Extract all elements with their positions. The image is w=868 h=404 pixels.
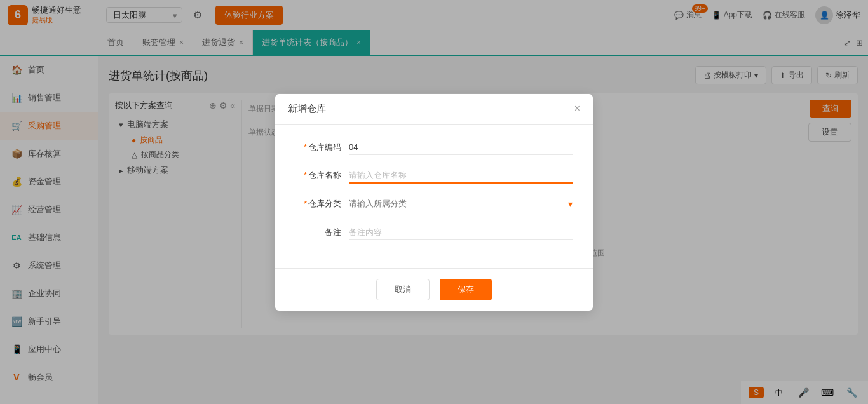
category-label: *仓库分类 xyxy=(295,198,341,210)
dialog-title: 新增仓库 xyxy=(288,103,326,115)
dialog-footer: 取消 保存 xyxy=(275,268,593,311)
save-button[interactable]: 保存 xyxy=(440,279,492,300)
cancel-button[interactable]: 取消 xyxy=(376,279,430,300)
form-row-code: *仓库编码 xyxy=(295,140,573,155)
dialog-header: 新增仓库 × xyxy=(275,94,593,125)
category-dropdown-icon: ▾ xyxy=(568,199,573,209)
dialog-body: *仓库编码 *仓库名称 *仓库分类 ▾ xyxy=(275,125,593,268)
category-select-wrap[interactable]: ▾ xyxy=(349,196,573,212)
form-row-remark: 备注 xyxy=(295,225,573,240)
dialog-close-button[interactable]: × xyxy=(574,103,580,114)
form-row-name: *仓库名称 xyxy=(295,168,573,184)
remark-input[interactable] xyxy=(349,225,573,240)
code-label: *仓库编码 xyxy=(295,142,341,153)
modal-overlay: 新增仓库 × *仓库编码 *仓库名称 *仓库分类 xyxy=(0,0,868,404)
name-input[interactable] xyxy=(349,168,573,184)
remark-label: 备注 xyxy=(295,227,341,238)
form-row-category: *仓库分类 ▾ xyxy=(295,196,573,212)
category-input[interactable] xyxy=(349,199,568,208)
code-input[interactable] xyxy=(349,140,573,155)
name-label: *仓库名称 xyxy=(295,170,341,181)
add-warehouse-dialog: 新增仓库 × *仓库编码 *仓库名称 *仓库分类 xyxy=(275,94,593,311)
